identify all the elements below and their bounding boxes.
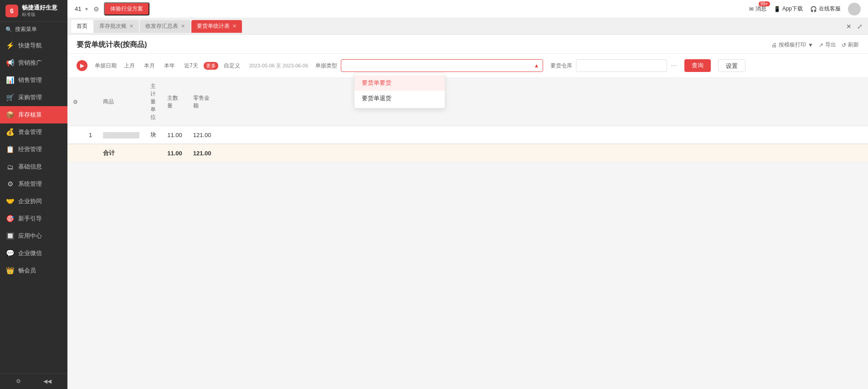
nav-label-appstore: 应用中心 — [18, 232, 42, 240]
last-7-days-btn[interactable]: 近7天 — [180, 61, 202, 71]
refresh-button[interactable]: ↺ 刷新 — [842, 41, 859, 49]
page-content: 要货单统计表(按商品) 🖨 按模板打印 ▼ ↗ 导出 ↺ 刷新 ▶ — [67, 35, 868, 389]
type-select[interactable]: ▲ — [341, 59, 543, 72]
nav-icon-finance: 💰 — [5, 128, 15, 136]
more-dates-badge[interactable]: 更多 — [204, 62, 218, 70]
tab-home[interactable]: 首页 — [71, 20, 93, 33]
sidebar-item-sales[interactable]: 📊销售管理 — [0, 72, 67, 89]
sidebar-item-inventory[interactable]: 📦库存核算 — [0, 106, 67, 123]
warehouse-select[interactable] — [576, 59, 667, 72]
close-window-btn[interactable]: ✕ — [844, 22, 853, 31]
gear-icon[interactable]: ⚙ — [93, 5, 99, 13]
nav-icon-system: ⚙ — [5, 180, 15, 188]
nav-icon-purchase: 🛒 — [5, 93, 15, 102]
sidebar-item-quick-nav[interactable]: ⚡快捷导航 — [0, 37, 67, 54]
dropdown-option-return[interactable]: 要货单退货 — [354, 91, 445, 106]
row-unit: 块 — [145, 126, 162, 144]
filter-more-button[interactable]: ··· — [671, 61, 677, 70]
nav-icon-sales: 📊 — [5, 76, 15, 84]
row-settings[interactable] — [67, 126, 83, 144]
warehouse-filter-group: 要货仓库 ··· — [550, 59, 677, 72]
total-row: 合计 11.00 121.00 — [67, 144, 868, 162]
sidebar-item-finance[interactable]: 💰资金管理 — [0, 123, 67, 141]
nav-label-newbie: 新手引导 — [18, 215, 42, 223]
nav-label-purchase: 采购管理 — [18, 93, 42, 102]
nav-icon-member: 👑 — [5, 266, 15, 275]
nav-icon-enterprise: 🤝 — [5, 197, 15, 205]
settings-button[interactable]: 设置 — [718, 59, 745, 72]
tab-label-collect-dispatch: 收发存汇总表 — [145, 22, 178, 30]
nav-label-sales: 销售管理 — [18, 76, 42, 84]
type-dropdown-overlay: 要货单要货 要货单退货 — [354, 73, 445, 108]
tab-close-requisition-stat[interactable]: ✕ — [232, 23, 236, 29]
export-button[interactable]: ↗ 导出 — [819, 41, 836, 49]
store-number: 41 — [75, 5, 81, 12]
maximize-window-btn[interactable]: ⤢ — [855, 22, 864, 31]
nav-icon-appstore: 🔲 — [5, 232, 15, 240]
header-left: 41 ▼ ⚙ 体验行业方案 — [75, 2, 149, 15]
tab-label-home: 首页 — [77, 22, 87, 30]
last-month-btn[interactable]: 上月 — [120, 61, 139, 71]
app-logo-icon: 6 — [5, 5, 18, 17]
sidebar-item-newbie[interactable]: 🎯新手引导 — [0, 210, 67, 227]
print-template-button[interactable]: 🖨 按模板打印 ▼ — [771, 41, 813, 49]
promo-button[interactable]: 体验行业方案 — [104, 2, 149, 15]
nav-label-inventory: 库存核算 — [18, 111, 42, 119]
search-icon: 🔍 — [5, 26, 12, 33]
tab-close-collect-dispatch[interactable]: ✕ — [181, 23, 185, 29]
settings-icon[interactable]: ⚙ — [16, 378, 21, 384]
this-month-btn[interactable]: 本月 — [140, 61, 159, 71]
date-filter-group: 单据日期 上月 本月 本年 近7天 更多 自定义 2023-05-06 至 20… — [95, 61, 308, 71]
messages-button[interactable]: ✉ 消息 99+ — [749, 5, 766, 13]
nav-label-enterprise: 企业协同 — [18, 197, 42, 205]
app-name: 畅捷通好生意 — [22, 4, 57, 12]
this-year-btn[interactable]: 本年 — [160, 61, 179, 71]
tabs-bar: 首页库存批次账✕收发存汇总表✕要货单统计表✕ ✕ ⤢ — [67, 18, 868, 35]
sidebar-bottom: ⚙ ◀◀ — [0, 373, 67, 389]
sidebar-item-appstore[interactable]: 🔲应用中心 — [0, 227, 67, 245]
row-product — [98, 126, 145, 144]
message-count-badge: 99+ — [759, 1, 770, 6]
filter-toggle-button[interactable]: ▶ — [77, 60, 87, 71]
type-filter-wrapper: 单据类型 ▲ 要货单要货 要货单退货 — [315, 59, 543, 72]
row-quantity: 11.00 — [162, 126, 188, 144]
sidebar-item-basic[interactable]: 🗂基础信息 — [0, 158, 67, 175]
sidebar-item-enterprise[interactable]: 🤝企业协同 — [0, 193, 67, 210]
collapse-icon[interactable]: ◀◀ — [43, 378, 51, 384]
service-icon: 🎧 — [810, 6, 817, 12]
col-empty-header — [217, 78, 868, 126]
user-avatar[interactable] — [848, 3, 861, 15]
sidebar: 6 畅捷通好生意 标准版 🔍 搜索菜单 ⚡快捷导航📢营销推广📊销售管理🛒采购管理… — [0, 0, 67, 389]
tab-requisition-stat[interactable]: 要货单统计表✕ — [191, 20, 242, 33]
app-download-button[interactable]: 📱 App下载 — [774, 5, 803, 13]
tab-close-inventory-batch[interactable]: ✕ — [129, 23, 134, 29]
online-service-button[interactable]: 🎧 在线客服 — [810, 5, 841, 13]
nav-icon-newbie: 🎯 — [5, 215, 15, 223]
nav-icon-inventory: 📦 — [5, 111, 15, 119]
col-index-header — [83, 78, 98, 126]
tab-collect-dispatch[interactable]: 收发存汇总表✕ — [140, 20, 190, 33]
message-icon: ✉ — [749, 6, 754, 12]
sidebar-item-operations[interactable]: 📋经营管理 — [0, 141, 67, 158]
refresh-icon: ↺ — [842, 42, 846, 48]
type-filter-label: 单据类型 — [315, 62, 337, 70]
dropdown-option-order[interactable]: 要货单要货 — [354, 75, 445, 91]
tabs-extra: ✕ ⤢ — [844, 22, 864, 31]
total-amount: 121.00 — [188, 144, 217, 162]
warehouse-filter-label: 要货仓库 — [550, 62, 572, 70]
sidebar-item-member[interactable]: 👑畅会员 — [0, 262, 67, 279]
sidebar-item-marketing[interactable]: 📢营销推广 — [0, 54, 67, 72]
query-button[interactable]: 查询 — [684, 59, 711, 72]
store-selector[interactable]: 41 ▼ — [75, 5, 89, 12]
sidebar-item-system[interactable]: ⚙系统管理 — [0, 175, 67, 193]
tab-inventory-batch[interactable]: 库存批次账✕ — [94, 20, 139, 33]
custom-date-btn[interactable]: 自定义 — [220, 61, 244, 71]
nav-label-wechat: 企业微信 — [18, 249, 42, 257]
col-settings-header[interactable]: ⚙ — [67, 78, 83, 126]
type-select-chevron: ▲ — [534, 62, 539, 69]
sidebar-item-purchase[interactable]: 🛒采购管理 — [0, 89, 67, 106]
sidebar-search[interactable]: 🔍 搜索菜单 — [0, 22, 67, 37]
nav-label-finance: 资金管理 — [18, 128, 42, 136]
nav-icon-quick-nav: ⚡ — [5, 41, 15, 50]
sidebar-item-wechat[interactable]: 💬企业微信 — [0, 245, 67, 262]
